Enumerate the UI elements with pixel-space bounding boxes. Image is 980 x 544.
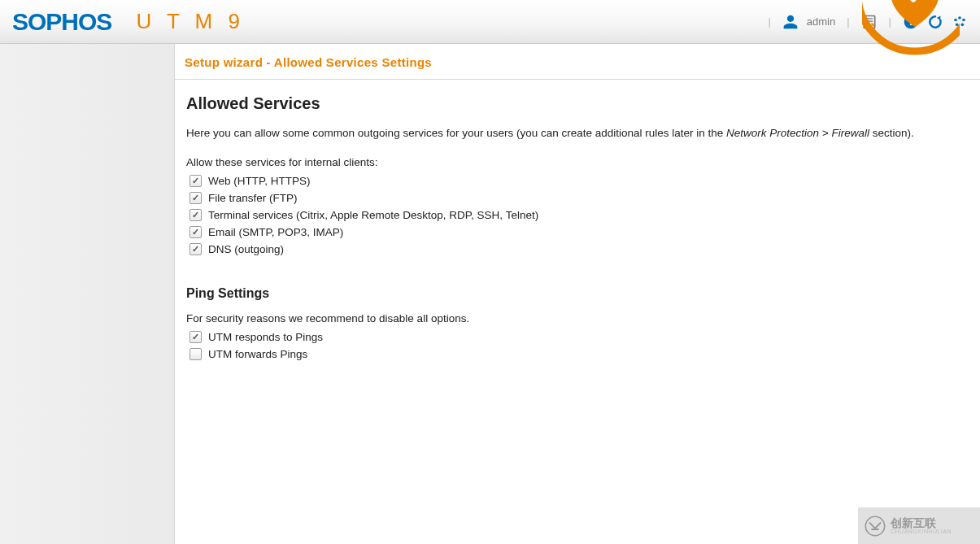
section-heading-allowed-services: Allowed Services [186,94,969,113]
user-icon[interactable] [782,14,799,30]
ping-row-respond: UTM responds to Pings [189,331,969,343]
service-row-terminal: Terminal services (Citrix, Apple Remote … [189,209,969,221]
watermark-sub: CHUANGXINHULIAN [891,529,952,534]
desc-text-post: section). [869,127,914,139]
service-row-web: Web (HTTP, HTTPS) [189,175,969,187]
brand-logo: SOPHOS [12,8,111,36]
checkbox-dns[interactable] [189,243,202,255]
checkbox-label: UTM forwards Pings [208,348,307,360]
checkbox-terminal[interactable] [189,209,202,221]
checkbox-label: Web (HTTP, HTTPS) [208,175,311,187]
checkbox-email[interactable] [189,226,202,238]
ping-row-forward: UTM forwards Pings [189,348,969,360]
separator: | [847,15,849,28]
product-name: U T M 9 [136,9,245,34]
sidebar [0,44,175,544]
ping-description: For security reasons we recommend to dis… [186,312,969,324]
checkbox-label: File transfer (FTP) [208,192,298,204]
section-description: Here you can allow some common outgoing … [186,126,969,141]
checkbox-label: Terminal services (Citrix, Apple Remote … [208,209,538,221]
desc-path: Network Protection > Firewall [726,127,869,139]
main-content: Setup wizard - Allowed Services Settings… [175,44,980,544]
separator: | [768,15,770,28]
section-heading-ping: Ping Settings [186,286,969,301]
watermark: 创新互联 CHUANGXINHULIAN [858,507,980,544]
checkbox-ping-respond[interactable] [189,331,202,343]
allow-services-label: Allow these services for internal client… [186,156,969,168]
checkbox-ftp[interactable] [189,192,202,204]
svg-point-5 [962,18,965,21]
brand-area: SOPHOS U T M 9 [12,8,245,36]
top-bar: SOPHOS U T M 9 | admin | | i [0,0,980,44]
svg-point-9 [865,516,884,535]
wizard-title: Setup wizard - Allowed Services Settings [175,44,980,80]
service-row-dns: DNS (outgoing) [189,243,969,255]
service-row-ftp: File transfer (FTP) [189,192,969,204]
checkbox-web[interactable] [189,175,202,187]
shield-badge-icon [862,0,960,63]
checkbox-label: DNS (outgoing) [208,243,284,255]
watermark-icon [865,516,886,537]
desc-text-pre: Here you can allow some common outgoing … [186,127,726,139]
checkbox-label: Email (SMTP, POP3, IMAP) [208,226,343,238]
watermark-main: 创新互联 [891,517,952,529]
service-row-email: Email (SMTP, POP3, IMAP) [189,226,969,238]
username-label[interactable]: admin [807,15,835,28]
svg-point-7 [961,23,965,26]
checkbox-label: UTM responds to Pings [208,331,323,343]
checkbox-ping-forward[interactable] [189,348,202,360]
